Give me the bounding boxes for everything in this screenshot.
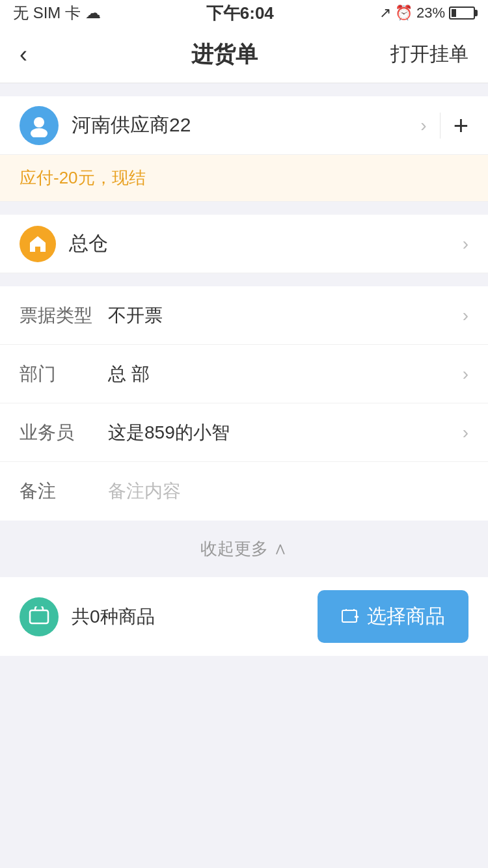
salesperson-value: 这是859的小智: [98, 420, 463, 445]
svg-point-1: [31, 128, 47, 137]
product-count: 共0种商品: [72, 604, 318, 629]
invoice-type-row[interactable]: 票据类型 不开票 ›: [0, 286, 488, 345]
alarm-icon: ⏰: [395, 5, 413, 21]
cart-icon: [29, 606, 49, 627]
supplier-avatar: [20, 106, 59, 145]
nav-bar: ‹ 进货单 打开挂单: [0, 26, 488, 83]
department-chevron-icon: ›: [463, 364, 468, 385]
svg-rect-3: [342, 610, 357, 622]
status-right: ↗ ⏰ 23%: [379, 5, 475, 21]
supplier-divider: [440, 113, 441, 139]
salesperson-label: 业务员: [20, 420, 98, 445]
section-gap-2: [0, 202, 488, 215]
svg-point-0: [34, 117, 44, 128]
warehouse-icon: [20, 226, 56, 262]
department-row[interactable]: 部门 总 部 ›: [0, 345, 488, 403]
warehouse-chevron-icon: ›: [463, 234, 468, 254]
status-left: 无 SIM 卡 ☁: [13, 3, 101, 23]
remark-label: 备注: [20, 479, 98, 504]
location-icon: ↗: [379, 5, 391, 21]
warehouse-row[interactable]: 总仓 ›: [0, 215, 488, 273]
collapse-bar[interactable]: 收起更多 ∧: [0, 521, 488, 577]
add-supplier-button[interactable]: +: [454, 113, 468, 139]
form-section: 票据类型 不开票 › 部门 总 部 › 业务员 这是859的小智 › 备注 备注…: [0, 286, 488, 521]
sim-status: 无 SIM 卡 ☁: [13, 3, 101, 23]
invoice-type-label: 票据类型: [20, 303, 98, 328]
select-product-icon: [341, 608, 359, 626]
department-label: 部门: [20, 362, 98, 387]
salesperson-row[interactable]: 业务员 这是859的小智 ›: [0, 403, 488, 462]
person-icon: [27, 114, 51, 137]
salesperson-chevron-icon: ›: [463, 422, 468, 443]
page-title: 进货单: [191, 40, 258, 70]
product-icon-wrap: [20, 597, 59, 636]
warehouse-name: 总仓: [69, 230, 463, 257]
svg-rect-2: [30, 610, 48, 623]
supplier-notice: 应付-20元，现结: [0, 155, 488, 202]
supplier-chevron-icon: ›: [420, 115, 426, 136]
page: 无 SIM 卡 ☁ 下午6:04 ↗ ⏰ 23% ‹ 进货单 打开挂单 河南供: [0, 0, 488, 868]
remark-row[interactable]: 备注 备注内容: [0, 462, 488, 521]
supplier-name: 河南供应商22: [72, 112, 420, 139]
supplier-card: 河南供应商22 › + 应付-20元，现结: [0, 96, 488, 202]
battery-percent: 23%: [416, 5, 445, 21]
select-product-label: 选择商品: [367, 603, 445, 630]
back-button[interactable]: ‹: [20, 41, 59, 68]
department-value: 总 部: [98, 362, 463, 387]
open-pending-button[interactable]: 打开挂单: [390, 41, 468, 68]
battery-icon: [449, 7, 475, 20]
status-bar: 无 SIM 卡 ☁ 下午6:04 ↗ ⏰ 23%: [0, 0, 488, 26]
invoice-type-value: 不开票: [98, 303, 463, 328]
bottom-bar: 共0种商品 选择商品: [0, 577, 488, 656]
supplier-row[interactable]: 河南供应商22 › +: [0, 96, 488, 155]
section-gap-1: [0, 83, 488, 96]
select-product-button[interactable]: 选择商品: [318, 590, 468, 643]
status-time: 下午6:04: [206, 2, 274, 25]
home-icon: [27, 234, 48, 254]
invoice-type-chevron-icon: ›: [463, 305, 468, 326]
remark-input[interactable]: 备注内容: [98, 479, 468, 504]
